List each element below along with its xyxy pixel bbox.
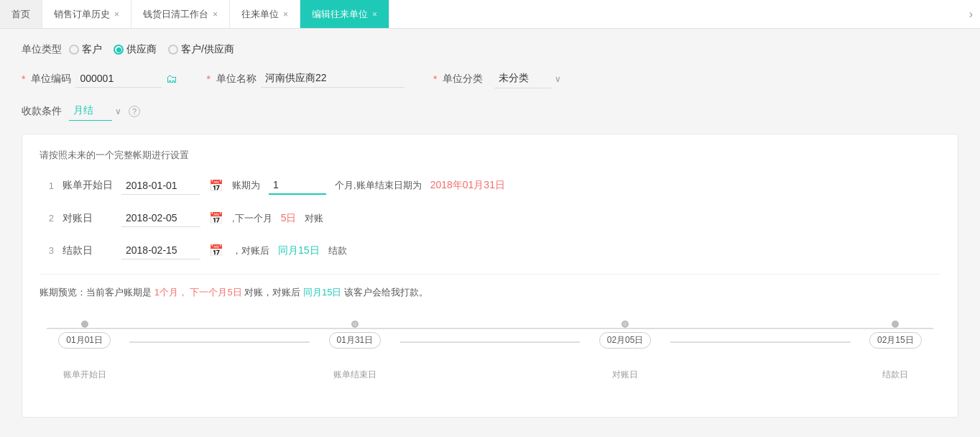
unit-name-label: 单位名称: [216, 73, 256, 86]
row-2-cal-icon[interactable]: 📅: [209, 211, 223, 225]
timeline-dot-1: [81, 321, 88, 328]
payment-terms-arrow[interactable]: ∨: [115, 106, 121, 116]
unit-type-radio-group: 客户 供应商 客户/供应商: [69, 43, 234, 56]
radio-customer-supplier-circle: [168, 45, 178, 55]
row-2-highlight: 5日: [281, 212, 297, 225]
timeline-sub-2: 账单结束日: [333, 369, 376, 381]
timeline-badge-3: 02月05日: [599, 332, 652, 349]
radio-supplier-circle: [114, 45, 124, 55]
tab-home[interactable]: 首页: [0, 0, 42, 28]
tab-edit-partner-close[interactable]: ×: [372, 10, 377, 19]
preview-highlight2: 下一个月5日: [190, 287, 241, 298]
radio-customer[interactable]: 客户: [69, 43, 102, 56]
unit-name-input[interactable]: [261, 70, 405, 88]
row-1-cal-icon[interactable]: 📅: [209, 179, 223, 193]
radio-customer-supplier-label: 客户/供应商: [181, 43, 234, 56]
payment-terms-dropdown[interactable]: 月结 ∨: [69, 101, 121, 121]
row-1-num: 1: [40, 180, 54, 191]
timeline-dot-4: [892, 321, 899, 328]
unit-code-input[interactable]: [75, 70, 162, 88]
timeline-connector-3: [670, 341, 851, 343]
tab-cash-work[interactable]: 钱货日清工作台 ×: [131, 0, 230, 28]
payment-terms-value: 月结: [69, 101, 112, 121]
unit-code-star: *: [22, 73, 25, 85]
tab-home-label: 首页: [11, 8, 30, 21]
row-2-date-input[interactable]: [121, 209, 200, 227]
timeline-sub-3: 对账日: [612, 369, 638, 381]
timeline-connector-1: [129, 341, 310, 343]
unit-category-dropdown[interactable]: 未分类 ∨: [494, 69, 561, 88]
tab-edit-partner[interactable]: 编辑往来单位 ×: [300, 0, 389, 28]
row-3-suffix2: 结款: [328, 244, 347, 257]
tab-sales-order-label: 销售订单历史: [54, 8, 110, 21]
timeline-connector-2: [400, 341, 581, 343]
timeline-sub-4: 结款日: [882, 369, 908, 381]
panel-hint: 请按照未来的一个完整帐期进行设置: [40, 149, 940, 162]
preview-text4: 该客户会给我打款。: [344, 287, 428, 298]
payment-terms-row: 收款条件 月结 ∨ ?: [22, 101, 958, 121]
unit-category-arrow[interactable]: ∨: [555, 74, 561, 84]
table-row-2: 2 对账日 📅 ,下一个月 5日 对账: [40, 209, 940, 227]
preview-highlight1: 1个月，: [154, 287, 188, 298]
unit-category-group: * 单位分类 未分类 ∨: [433, 69, 561, 88]
table-row-3: 3 结款日 📅 ，对账后 同月15日 结款: [40, 242, 940, 259]
settings-panel: 请按照未来的一个完整帐期进行设置 1 账单开始日 📅 账期为 个月,账单结束日期…: [22, 134, 958, 418]
tab-cash-work-close[interactable]: ×: [213, 10, 218, 19]
main-content: 单位类型 客户 供应商 客户/供应商 * 单位编码 🗂 * 单位名称: [0, 29, 980, 432]
radio-customer-circle: [69, 45, 79, 55]
payment-terms-help-icon[interactable]: ?: [129, 106, 140, 117]
unit-code-group: * 单位编码 🗂: [22, 70, 177, 88]
unit-name-star: *: [206, 73, 210, 85]
radio-supplier-label: 供应商: [126, 43, 157, 56]
row-1-label: 账单开始日: [63, 179, 113, 192]
tabs-bar: 首页 销售订单历史 × 钱货日清工作台 × 往来单位 × 编辑往来单位 × ›: [0, 0, 980, 29]
tab-partner[interactable]: 往来单位 ×: [230, 0, 300, 28]
radio-customer-supplier[interactable]: 客户/供应商: [168, 43, 234, 56]
row-1-suffix-after: 个月,账单结束日期为: [335, 179, 422, 192]
table-row-1: 1 账单开始日 📅 账期为 个月,账单结束日期为 2018年01月31日: [40, 176, 940, 195]
radio-customer-label: 客户: [82, 43, 102, 56]
tab-edit-partner-label: 编辑往来单位: [312, 8, 368, 21]
unit-name-group: * 单位名称: [206, 70, 404, 88]
row-3-label: 结款日: [63, 244, 113, 257]
row-2-suffix2: 对账: [305, 212, 323, 225]
timeline-badge-4: 02月15日: [869, 332, 922, 349]
unit-category-value: 未分类: [494, 69, 552, 88]
tab-sales-order-close[interactable]: ×: [114, 10, 119, 19]
period-input[interactable]: [269, 176, 326, 195]
divider: [40, 274, 940, 275]
tab-cash-work-label: 钱货日清工作台: [143, 8, 208, 21]
timeline-badge-1: 01月01日: [58, 332, 111, 349]
timeline-point-4: 02月15日 结款日: [851, 321, 940, 381]
timeline-line: [47, 328, 933, 329]
row-3-num: 3: [40, 245, 54, 256]
row-3-suffix1: ，对账后: [232, 244, 269, 257]
row-1-date-input[interactable]: [121, 177, 200, 195]
timeline-dot-2: [351, 321, 359, 328]
preview-label: 账期预览：当前客户账期是: [40, 287, 152, 298]
timeline-point-1: 01月01日 账单开始日: [40, 321, 129, 381]
row-2-num: 2: [40, 213, 54, 224]
row-1-highlight: 2018年01月31日: [430, 179, 505, 192]
preview-text: 账期预览：当前客户账期是 1个月， 下一个月5日 对账，对账后 同月15日 该客…: [40, 286, 940, 299]
row-3-cal-icon[interactable]: 📅: [209, 244, 223, 257]
tab-partner-label: 往来单位: [241, 8, 279, 21]
unit-code-icon[interactable]: 🗂: [166, 73, 177, 86]
timeline-point-2: 01月31日 账单结束日: [310, 321, 399, 381]
timeline-sub-1: 账单开始日: [63, 369, 106, 381]
unit-category-star: *: [433, 73, 437, 85]
timeline: 01月01日 账单开始日 01月31日 账单结束日 02月05日 对账日: [40, 313, 940, 402]
tab-sales-order[interactable]: 销售订单历史 ×: [42, 0, 131, 28]
unit-category-label: 单位分类: [443, 73, 483, 86]
tab-partner-close[interactable]: ×: [283, 10, 288, 19]
tab-arrow[interactable]: ›: [962, 0, 980, 28]
row-3-date-input[interactable]: [121, 242, 200, 259]
row-2-label: 对账日: [63, 212, 113, 225]
timeline-point-3: 02月05日 对账日: [580, 321, 670, 381]
timeline-dot-3: [621, 321, 629, 328]
radio-supplier[interactable]: 供应商: [114, 43, 157, 56]
payment-terms-label: 收款条件: [22, 105, 62, 118]
row-2-suffix1: ,下一个月: [232, 212, 272, 225]
preview-highlight3: 同月15日: [303, 287, 341, 298]
unit-details-row: * 单位编码 🗂 * 单位名称 * 单位分类 未分类 ∨: [22, 69, 958, 88]
